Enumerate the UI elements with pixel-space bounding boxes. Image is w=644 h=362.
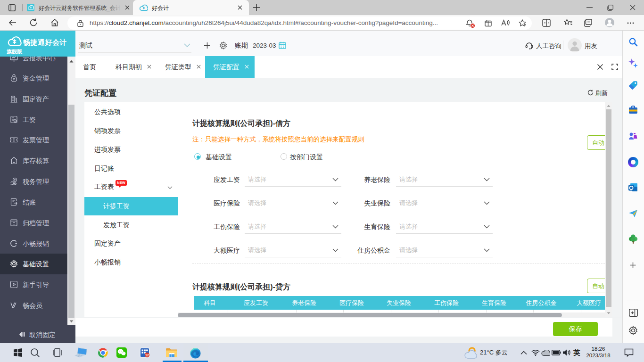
svg-text:12: 12 bbox=[145, 353, 149, 357]
